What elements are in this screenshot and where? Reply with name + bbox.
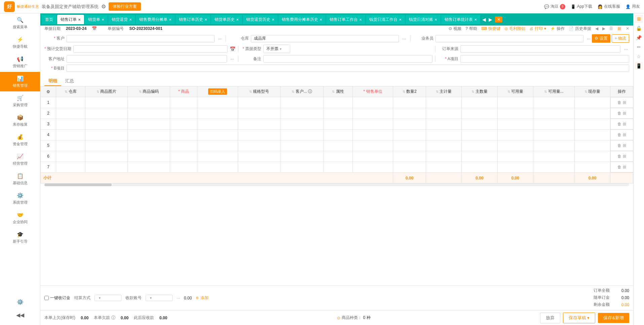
row-stock-3[interactable] bbox=[574, 119, 610, 129]
row-unit-6[interactable] bbox=[352, 151, 393, 162]
row-delete-5[interactable]: 🗑 bbox=[617, 143, 621, 148]
sidebar-item-operations[interactable]: 📈 经营管理 bbox=[0, 150, 40, 169]
row-avail-qty2-1[interactable] bbox=[533, 97, 574, 108]
row-warehouse-1[interactable] bbox=[56, 97, 85, 108]
right-mobile-icon[interactable]: 📱 bbox=[635, 62, 643, 70]
th-qty2[interactable]: ⇅ 数量2 bbox=[393, 86, 426, 97]
video-btn[interactable]: ⊙ 视频 bbox=[449, 26, 461, 32]
right-grid-icon[interactable]: ⊞ bbox=[635, 15, 643, 23]
address-more-btn[interactable]: ··· bbox=[229, 56, 236, 62]
row-spec-1[interactable] bbox=[238, 97, 280, 108]
sidebar-item-finance[interactable]: 💰 资金管理 bbox=[0, 130, 40, 150]
tao-dou-item[interactable]: 💬 淘豆 9 bbox=[544, 4, 565, 9]
delivery-date-input[interactable] bbox=[73, 45, 228, 53]
row-avail-qty2-6[interactable] bbox=[533, 151, 574, 162]
row-main-unit-7[interactable] bbox=[426, 162, 461, 173]
row-qty2-5[interactable] bbox=[393, 140, 426, 151]
online-service-item[interactable]: 👩 在线客服 bbox=[598, 4, 620, 9]
row-spec-4[interactable] bbox=[238, 129, 280, 140]
row-copy-5[interactable]: ⊞ bbox=[623, 143, 626, 148]
row-main-qty-5[interactable] bbox=[462, 140, 497, 151]
row-action-2[interactable]: 🗑 ⊞ bbox=[610, 108, 633, 119]
settings-icon[interactable]: ⚙ bbox=[101, 3, 106, 10]
row-action-6[interactable]: 🗑 ⊞ bbox=[610, 151, 633, 162]
b-project-input[interactable] bbox=[67, 65, 629, 72]
row-code-3[interactable] bbox=[127, 119, 170, 129]
tab-sales-bill[interactable]: 销货单 ✕ bbox=[85, 15, 108, 24]
add-payment-btn[interactable]: ⊕ 添加 bbox=[196, 295, 208, 301]
row-warehouse-2[interactable] bbox=[56, 108, 85, 119]
user-menu-item[interactable]: 👤 用友 bbox=[626, 4, 640, 9]
sidebar-collapse[interactable]: ◀◀ bbox=[0, 309, 40, 322]
row-delete-7[interactable]: 🗑 bbox=[617, 165, 621, 169]
row-qty2-3[interactable] bbox=[393, 119, 426, 129]
row-stock-2[interactable] bbox=[574, 108, 610, 119]
row-spec-5[interactable] bbox=[238, 140, 280, 151]
barcode-btn[interactable]: 扫码录入 bbox=[208, 88, 227, 95]
row-product-5[interactable] bbox=[170, 140, 197, 151]
grid-view-btn[interactable]: ⊞ bbox=[617, 26, 622, 32]
row-main-unit-4[interactable] bbox=[426, 129, 461, 140]
row-qty2-7[interactable] bbox=[393, 162, 426, 173]
row-code-6[interactable] bbox=[127, 151, 170, 162]
settings-btn-form[interactable]: ⚙ 设置 bbox=[592, 34, 610, 43]
row-stock-1[interactable] bbox=[574, 97, 610, 108]
row-spec-2[interactable] bbox=[238, 108, 280, 119]
sidebar-item-quick-nav[interactable]: ⚡ 快捷导航 bbox=[0, 33, 40, 52]
row-attr-3[interactable] bbox=[324, 119, 353, 129]
add-goods-btn[interactable]: + 物流 bbox=[612, 34, 629, 43]
row-main-unit-3[interactable] bbox=[426, 119, 461, 129]
tab-close-sales-order[interactable]: ✕ bbox=[78, 18, 81, 22]
th-stock[interactable]: ⇅ 现存量 bbox=[574, 86, 610, 97]
cal-icon[interactable]: 📅 bbox=[92, 26, 97, 31]
th-avail-qty[interactable]: ⇅ 可用量 bbox=[497, 86, 533, 97]
tab-close-daily[interactable]: ✕ bbox=[399, 18, 402, 22]
row-customer-code-3[interactable] bbox=[280, 119, 323, 129]
row-attr-7[interactable] bbox=[324, 162, 353, 173]
row-copy-7[interactable]: ⊞ bbox=[623, 165, 626, 169]
row-product-2[interactable] bbox=[170, 108, 197, 119]
tab-next-btn[interactable]: ▶ bbox=[487, 17, 494, 22]
th-attr[interactable]: ⇅ 属性 bbox=[324, 86, 353, 97]
nav-next[interactable]: ▶ bbox=[602, 26, 605, 31]
tab-reconcile[interactable]: 钱货日清对账 ✕ bbox=[406, 15, 441, 24]
row-avail-qty-6[interactable] bbox=[497, 151, 533, 162]
row-warehouse-5[interactable] bbox=[56, 140, 85, 151]
row-attr-2[interactable] bbox=[324, 108, 353, 119]
subtab-summary[interactable]: 汇总 bbox=[61, 77, 78, 86]
history-btn[interactable]: 📄 历史单据 bbox=[569, 26, 591, 32]
row-attr-4[interactable] bbox=[324, 129, 353, 140]
row-main-qty-6[interactable] bbox=[462, 151, 497, 162]
row-main-qty-1[interactable] bbox=[462, 97, 497, 108]
row-warehouse-4[interactable] bbox=[56, 129, 85, 140]
th-product[interactable]: * 商品 bbox=[170, 86, 197, 97]
row-action-3[interactable]: 🗑 ⊞ bbox=[610, 119, 633, 129]
close-window-btn[interactable]: ✕ bbox=[626, 26, 629, 31]
row-unit-4[interactable] bbox=[352, 129, 393, 140]
row-spec-7[interactable] bbox=[238, 162, 280, 173]
tab-home[interactable]: 首页 bbox=[42, 15, 56, 24]
row-code-1[interactable] bbox=[127, 97, 170, 108]
row-code-5[interactable] bbox=[127, 140, 170, 151]
th-warehouse[interactable]: ⇅ 仓库 bbox=[56, 86, 85, 97]
row-delete-6[interactable]: 🗑 bbox=[617, 154, 621, 159]
row-copy-2[interactable]: ⊞ bbox=[623, 111, 626, 116]
row-customer-code-1[interactable] bbox=[280, 97, 323, 108]
row-main-unit-2[interactable] bbox=[426, 108, 461, 119]
th-code[interactable]: ⇅ 商品编码 bbox=[127, 86, 170, 97]
row-main-qty-2[interactable] bbox=[462, 108, 497, 119]
tab-sales-history[interactable]: 销售订单历史 ✕ bbox=[176, 15, 211, 24]
address-input[interactable] bbox=[67, 55, 227, 63]
row-main-qty-3[interactable] bbox=[462, 119, 497, 129]
salesperson-more-btn[interactable]: ··· bbox=[585, 36, 592, 41]
tab-sales-fee[interactable]: 销售费用分摊单 ✕ bbox=[136, 15, 175, 24]
right-pin-icon[interactable]: 📌 bbox=[635, 34, 643, 42]
shortcut-btn[interactable]: ⌨ 快捷键 bbox=[481, 26, 500, 32]
quick-deposit-checkbox[interactable]: 一键收订金 bbox=[44, 295, 70, 301]
th-main-unit[interactable]: ⇅ 主计量 bbox=[426, 86, 461, 97]
row-unit-3[interactable] bbox=[352, 119, 393, 129]
tab-workbench[interactable]: 销售订单工作台 ✕ bbox=[326, 15, 365, 24]
row-main-unit-6[interactable] bbox=[426, 151, 461, 162]
row-stock-6[interactable] bbox=[574, 151, 610, 162]
tab-bill-history[interactable]: 销货单历史 ✕ bbox=[211, 15, 242, 24]
